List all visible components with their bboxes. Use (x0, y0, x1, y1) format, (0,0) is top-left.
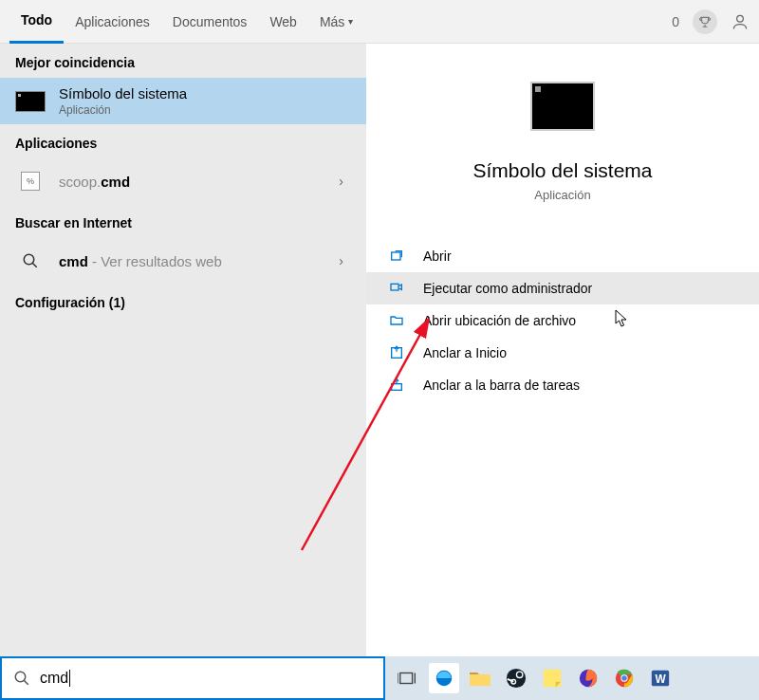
best-match-header: Mejor coincidencia (0, 44, 366, 78)
chrome-icon[interactable] (609, 663, 639, 693)
sticky-notes-icon[interactable] (537, 663, 567, 693)
app-result-title: scoop.cmd (59, 174, 339, 190)
tab-todo[interactable]: Todo (9, 0, 64, 44)
rewards-points: 0 (672, 14, 679, 29)
chevron-down-icon: ▾ (348, 16, 353, 27)
internet-result-item[interactable]: cmd - Ver resultados web › (0, 238, 366, 284)
action-pin-taskbar[interactable]: Anclar a la barra de tareas (366, 369, 759, 401)
shield-icon (389, 281, 406, 296)
action-open-location[interactable]: Abrir ubicación de archivo (366, 304, 759, 337)
user-icon[interactable] (731, 12, 750, 31)
script-file-icon: % (21, 172, 40, 191)
internet-result-title: cmd - Ver resultados web (59, 253, 339, 269)
preview-panel: Símbolo del sistema Aplicación Abrir Eje… (366, 44, 759, 656)
taskbar: W (385, 656, 759, 700)
preview-cmd-icon (530, 82, 595, 131)
preview-sub: Aplicación (366, 188, 759, 202)
svg-line-10 (24, 680, 28, 685)
chevron-right-icon: › (339, 253, 351, 268)
taskview-icon[interactable] (393, 663, 423, 693)
action-run-admin[interactable]: Ejecutar como administrador (366, 272, 759, 304)
pin-taskbar-icon (389, 378, 406, 393)
action-pin-taskbar-label: Anclar a la barra de tareas (423, 378, 580, 393)
action-list: Abrir Ejecutar como administrador Abrir … (366, 240, 759, 401)
search-icon (13, 670, 30, 687)
edge-browser-icon[interactable] (429, 663, 459, 693)
folder-icon (389, 313, 406, 328)
action-run-admin-label: Ejecutar como administrador (423, 281, 592, 296)
pin-start-icon (389, 345, 406, 360)
svg-rect-3 (392, 252, 400, 260)
action-open-location-label: Abrir ubicación de archivo (423, 313, 576, 328)
apps-header: Aplicaciones (0, 124, 366, 158)
best-match-sub: Aplicación (59, 103, 351, 117)
cmd-icon (15, 91, 46, 112)
word-icon[interactable]: W (645, 663, 676, 693)
best-match-item[interactable]: Símbolo del sistema Aplicación (0, 78, 366, 124)
chevron-right-icon: › (339, 174, 351, 189)
svg-line-2 (32, 263, 37, 267)
tab-web[interactable]: Web (258, 0, 308, 44)
svg-point-23 (621, 675, 627, 681)
preview-title: Símbolo del sistema (366, 159, 759, 182)
open-icon (389, 249, 406, 264)
svg-rect-11 (400, 673, 413, 684)
tab-mas[interactable]: Más▾ (308, 0, 364, 44)
svg-rect-19 (544, 670, 561, 687)
app-result-item[interactable]: % scoop.cmd › (0, 158, 366, 204)
internet-header: Buscar en Internet (0, 204, 366, 238)
action-pin-start[interactable]: Anclar a Inicio (366, 337, 759, 369)
firefox-icon[interactable] (573, 663, 603, 693)
action-open[interactable]: Abrir (366, 240, 759, 272)
svg-point-9 (15, 672, 26, 682)
svg-text:W: W (655, 672, 666, 686)
svg-point-0 (737, 15, 744, 22)
svg-rect-7 (392, 384, 402, 391)
action-open-label: Abrir (423, 249, 452, 264)
text-cursor (69, 670, 70, 687)
svg-rect-4 (391, 284, 398, 290)
search-tabs: Todo Aplicaciones Documentos Web Más▾ 0 (0, 0, 759, 44)
tab-aplicaciones[interactable]: Aplicaciones (64, 0, 161, 44)
steam-icon[interactable] (501, 663, 531, 693)
search-input[interactable]: cmd (40, 670, 68, 687)
tab-documentos[interactable]: Documentos (161, 0, 259, 44)
best-match-title: Símbolo del sistema (59, 85, 351, 101)
svg-point-15 (507, 669, 526, 688)
search-bar[interactable]: cmd (0, 656, 385, 700)
trophy-icon[interactable] (693, 9, 717, 34)
svg-point-1 (24, 254, 34, 265)
action-pin-start-label: Anclar a Inicio (423, 345, 507, 360)
search-icon (15, 250, 46, 271)
results-panel: Mejor coincidencia Símbolo del sistema A… (0, 44, 366, 656)
file-explorer-icon[interactable] (465, 663, 495, 693)
config-header[interactable]: Configuración (1) (0, 284, 366, 318)
